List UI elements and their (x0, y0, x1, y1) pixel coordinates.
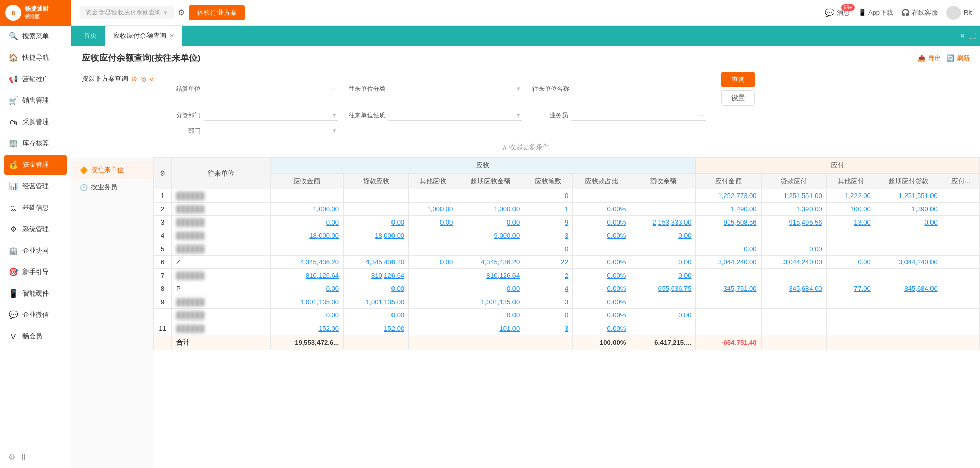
filter-partner-name-input[interactable] (572, 84, 706, 94)
cell-link[interactable]: 0.00 (507, 311, 520, 319)
cell-link[interactable]: 0.00 (744, 245, 756, 253)
cell-link[interactable]: 1,251,551.00 (783, 192, 822, 200)
table-cell-other_receivable[interactable]: 0.00 (409, 216, 457, 229)
export-button[interactable]: 📤 导出 (918, 54, 941, 63)
cell-link[interactable]: 345,684.00 (789, 285, 822, 292)
table-cell-receivable_amount[interactable]: 0.00 (271, 216, 344, 229)
table-cell-prepaid_balance[interactable]: 2,153,333.00 (630, 216, 696, 229)
table-cell-payable_amount[interactable]: 915,508.56 (696, 216, 761, 229)
cell-link[interactable]: 101.00 (499, 325, 520, 332)
sidebar-item-3[interactable]: 🛒销售管理 (0, 90, 71, 111)
cell-link[interactable]: 3 (565, 232, 568, 239)
cell-link[interactable]: 915,508.56 (723, 218, 756, 226)
cell-link[interactable]: 9 (565, 218, 568, 226)
query-button[interactable]: 查询 (721, 72, 755, 87)
table-cell-prepaid_balance[interactable]: 0.00 (630, 229, 696, 242)
sidebar-item-1[interactable]: 🏠快捷导航 (0, 47, 71, 68)
tab-receivables[interactable]: 应收应付余额查询 ✕ (105, 26, 182, 46)
cell-link[interactable]: 0.00 (507, 285, 520, 292)
sidebar-item-9[interactable]: ⚙系统管理 (0, 218, 71, 240)
sidebar-item-13[interactable]: 💬企业微信 (0, 304, 71, 326)
table-cell-prepaid_balance[interactable]: 655,636.75 (630, 282, 696, 295)
cell-link[interactable]: 13.00 (854, 218, 871, 226)
cell-link[interactable]: 810,126.64 (371, 272, 404, 279)
cell-link[interactable]: 1,222.00 (845, 192, 871, 200)
cell-link[interactable]: 0.00 (678, 311, 691, 319)
cell-link[interactable]: 1,001,135.00 (365, 298, 404, 306)
cell-link[interactable]: 18,000.00 (375, 232, 404, 239)
cell-link[interactable]: 0.00 (857, 258, 870, 266)
table-cell-payable_amount[interactable]: 0.00 (696, 242, 761, 256)
filter-dept2-arrow[interactable]: ▾ (333, 127, 336, 134)
cell-link[interactable]: 810,126.64 (306, 272, 339, 279)
online-service[interactable]: 🎧 在线客服 (901, 8, 938, 17)
table-cell-overdue_receivable[interactable]: 0.00 (457, 309, 524, 322)
tab-expand-icon[interactable]: ⛶ (969, 32, 976, 40)
sidebar-item-6[interactable]: 💰资金管理 (4, 155, 67, 175)
sidebar-item-8[interactable]: 🗂基础信息 (0, 197, 71, 218)
table-cell-receivable_amount[interactable]: 1,000.00 (271, 203, 344, 216)
cell-link[interactable]: 100.00 (850, 205, 871, 213)
cell-link[interactable]: 0.00 (326, 311, 339, 319)
tab-close-icon[interactable]: ✕ (169, 33, 174, 39)
cell-link[interactable]: 0.00 (678, 258, 691, 266)
cell-link[interactable]: 9,000.00 (494, 232, 520, 239)
table-cell-payable_amount[interactable]: 3,044,240.00 (696, 256, 761, 269)
cell-link[interactable]: 1,390.00 (796, 205, 822, 213)
table-cell-payable_amount[interactable]: 1,252,773.00 (696, 189, 761, 203)
table-cell-overdue_payable[interactable]: 0.00 (875, 216, 942, 229)
table-cell-overdue_receivable[interactable]: 0.00 (457, 216, 524, 229)
cell-link[interactable]: 0.00% (607, 205, 626, 213)
pause-footer-icon[interactable]: ⏸ (19, 453, 28, 462)
sidebar-item-5[interactable]: 🏢库存核算 (0, 133, 71, 154)
table-cell-loan_receivable[interactable]: 0.00 (344, 309, 409, 322)
cell-link[interactable]: 0.00 (391, 218, 404, 226)
table-cell-other_receivable[interactable]: 1,000.00 (409, 203, 457, 216)
table-cell-overdue_receivable[interactable]: 1,001,135.00 (457, 295, 524, 309)
table-cell-receivable_ratio[interactable]: 0.00% (573, 282, 630, 295)
table-cell-receivable_amount[interactable]: 18,000.00 (271, 229, 344, 242)
cell-link[interactable]: 4,345,436.20 (365, 258, 404, 266)
nav-item-partner[interactable]: 🔶 按往来单位 (71, 161, 153, 179)
table-cell-overdue_receivable[interactable]: 1,000.00 (457, 203, 524, 216)
table-cell-other_payable[interactable]: 100.00 (826, 203, 875, 216)
table-cell-payable_amount[interactable]: 345,761.00 (696, 282, 761, 295)
cell-link[interactable]: 0 (565, 311, 568, 319)
tab-home[interactable]: 首页 (76, 26, 105, 46)
table-cell-receivable_amount[interactable]: 0.00 (271, 282, 344, 295)
table-cell-receivable_count[interactable]: 3 (524, 322, 573, 335)
table-cell-prepaid_balance[interactable]: 0.00 (630, 256, 696, 269)
cell-link[interactable]: 1 (565, 205, 568, 213)
table-cell-prepaid_balance[interactable]: 0.00 (630, 269, 696, 282)
table-cell-overdue_payable[interactable]: 1,390.00 (875, 203, 942, 216)
cell-link[interactable]: 0.00% (607, 232, 626, 239)
table-cell-receivable_amount[interactable]: 810,126.64 (271, 269, 344, 282)
filter-partner-nature-arrow[interactable]: ▾ (517, 111, 520, 119)
table-cell-receivable_ratio[interactable]: 0.00% (573, 203, 630, 216)
cell-link[interactable]: 0.00% (607, 272, 626, 279)
cell-link[interactable]: 1,390.00 (912, 205, 938, 213)
table-cell-receivable_amount[interactable]: 1,001,135.00 (271, 295, 344, 309)
table-cell-other_payable[interactable]: 1,222.00 (826, 189, 875, 203)
cell-link[interactable]: 3,044,240.00 (899, 258, 938, 266)
table-settings-icon[interactable]: ⚙ (160, 169, 166, 177)
table-cell-other_payable[interactable]: 77.00 (826, 282, 875, 295)
cell-link[interactable]: 3,044,240.00 (783, 258, 822, 266)
cell-link[interactable]: 22 (561, 258, 568, 266)
cell-link[interactable]: 0.00 (440, 258, 453, 266)
table-cell-loan_receivable[interactable]: 1,001,135.00 (344, 295, 409, 309)
cell-link[interactable]: 0.00 (678, 232, 691, 239)
cell-link[interactable]: 1,000.00 (427, 205, 453, 213)
cell-link[interactable]: 0.00% (607, 298, 626, 306)
table-cell-loan_receivable[interactable]: 4,345,436.20 (344, 256, 409, 269)
cell-link[interactable]: 1,001,135.00 (481, 298, 520, 306)
table-cell-receivable_ratio[interactable]: 0.00% (573, 309, 630, 322)
table-cell-other_receivable[interactable]: 0.00 (409, 256, 457, 269)
table-cell-loan_payable[interactable]: 1,251,551.00 (761, 189, 826, 203)
cell-link[interactable]: 3 (565, 298, 568, 306)
table-cell-overdue_payable[interactable]: 345,684.00 (875, 282, 942, 295)
cell-link[interactable]: 1,251,551.00 (899, 192, 938, 200)
table-cell-overdue_receivable[interactable]: 0.00 (457, 282, 524, 295)
solution-button[interactable]: 体验行业方案 (189, 5, 245, 20)
sidebar-item-10[interactable]: 🏢企业协同 (0, 240, 71, 261)
